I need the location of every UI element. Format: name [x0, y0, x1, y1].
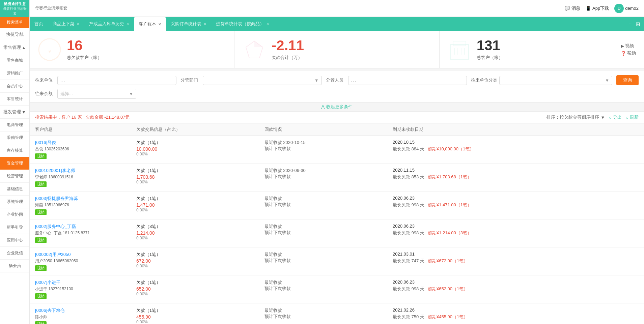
tab-customer-account-close[interactable]: ✕ — [158, 22, 161, 27]
overdue-link-6[interactable]: 超期¥455.90（1笔） — [428, 314, 468, 319]
overdue-link-5[interactable]: 超期¥652.00（1笔） — [428, 286, 468, 291]
tab-inbound-stats-label: 进货单统计表（按商品） — [216, 21, 264, 27]
collapse-label: 收起更多条件 — [326, 104, 353, 109]
sidebar-item-inventory[interactable]: 库存核算 — [0, 144, 29, 157]
collapse-bar[interactable]: ⋀ 收起更多条件 — [30, 102, 644, 111]
sidebar-item-enterprise[interactable]: 企业协同 — [0, 208, 29, 221]
tab-minimize-icon[interactable]: － — [627, 21, 633, 28]
tab-bar-end: － ⊞ — [627, 21, 644, 28]
debt-percent-2: 0.00% — [136, 208, 264, 212]
search-menu-btn[interactable]: 搜索菜单 — [0, 17, 29, 28]
export-button[interactable]: ○ 导出 — [609, 114, 622, 120]
help-icon: ❓ — [621, 51, 626, 56]
sidebar-item-purchase[interactable]: 采购管理 — [0, 131, 29, 144]
tab-home[interactable]: 首页 — [30, 17, 48, 31]
stat-video-btn[interactable]: ▶ 视频 — [621, 43, 636, 49]
table-row: [0016]吕俊 吕俊 13026203696 现销 欠款（1笔） 10,000… — [30, 136, 644, 164]
stat-debt-customers-info: 16 总欠款客户（家） — [67, 38, 102, 61]
sidebar-item-app-center[interactable]: 应用中心 — [0, 234, 29, 247]
overdue-link-0[interactable]: 超期¥10,000.00（1笔） — [428, 146, 474, 151]
tab-inbound-stats[interactable]: 进货单统计表（按商品） ✕ — [211, 17, 274, 31]
overdue-date-3: 2020.06.23 — [393, 224, 639, 229]
customer-name-link-6[interactable]: [0006]去下粮仓 — [35, 308, 65, 313]
tab-product-offshelf[interactable]: 商品上下架 ✕ — [48, 17, 84, 31]
stat-help-btn[interactable]: ❓ 帮助 — [621, 50, 636, 56]
sidebar-item-finance[interactable]: 资金管理 — [0, 157, 29, 170]
recovery-last-date-0: 2020-10-15 — [283, 140, 306, 145]
unit-class-select[interactable]: ▼ — [499, 76, 612, 85]
overdue-date-4: 2021.03.01 — [393, 252, 639, 257]
user-avatar[interactable]: D demo2 — [614, 4, 639, 13]
sidebar-item-newbie[interactable]: 新手引导 — [0, 221, 29, 234]
customer-name-link-5[interactable]: [0007]小进干 — [35, 280, 60, 285]
overdue-link-4[interactable]: 超期¥672.00（1笔） — [428, 258, 468, 263]
overdue-link-2[interactable]: 超期¥1,471.00（1笔） — [428, 202, 472, 207]
tab-expand-icon[interactable]: ⊞ — [636, 21, 640, 27]
overdue-link-1[interactable]: 超期¥1,703.68（1笔） — [428, 174, 472, 179]
main-area: 母婴行业演示账套 💬 消息 📱 App下载 D demo2 首页 — [30, 0, 644, 324]
tab-product-inbound[interactable]: 产成品入库单历史 ✕ — [84, 17, 134, 31]
col-header-overdue: 到期未收款日期 — [393, 126, 639, 132]
tab-inbound-stats-close[interactable]: ✕ — [266, 22, 269, 26]
from-unit-input[interactable]: ... — [57, 76, 176, 85]
recovery-next-2: 预计下次收款 — [264, 202, 393, 208]
sidebar-item-batch-mgmt[interactable]: 批发管理▼ — [0, 106, 29, 119]
refresh-button[interactable]: ○ 刷新 — [626, 114, 639, 120]
tab-purchase-order[interactable]: 采购订单统计表 ✕ — [166, 17, 211, 31]
app-download-label: App下载 — [592, 5, 609, 11]
sidebar-item-wecom[interactable]: 企业微信 — [0, 247, 29, 260]
tab-product-offshelf-close[interactable]: ✕ — [77, 22, 80, 26]
overdue-info-4: 2021.03.01 最长欠款 747 天 超期¥672.00（1笔） — [393, 252, 639, 264]
customer-name-link-0[interactable]: [0016]吕俊 — [35, 140, 56, 145]
customer-name-link-3[interactable]: [0002]服务中心_丁磊 — [35, 224, 76, 229]
recovery-last-label-2: 最近收款 — [264, 196, 282, 202]
logo-line1: 畅捷通好生意 — [1, 1, 28, 6]
table-row: [0006]去下粮仓 陈小帅 现销 欠款（1笔） 455.90 0.00% 最近… — [30, 303, 644, 324]
debt-info-0: 欠款（1笔） 10,000.00 0.00% — [136, 140, 264, 156]
tab-customer-account-label: 客户账本 — [139, 21, 156, 27]
video-icon: ▶ — [621, 43, 624, 49]
debt-amount-6: 455.90 — [136, 314, 264, 320]
message-btn[interactable]: 💬 消息 — [565, 5, 580, 11]
tab-customer-account[interactable]: 客户账本 ✕ — [134, 17, 166, 31]
overdue-date-6: 2021.02.26 — [393, 307, 639, 313]
balance-select[interactable]: 选择... ▼ — [57, 89, 136, 99]
search-button[interactable]: 查询 — [616, 75, 639, 85]
sort-button[interactable]: 排序：按欠款金额倒序排序 ▼ — [547, 114, 605, 120]
recovery-next-label-2: 预计下次收款 — [264, 202, 291, 207]
table-row: [000002]用户2050 用户2050 18665062050 现销 欠款（… — [30, 247, 644, 275]
customer-info-5: [0007]小进干 小进干 18279152100 现销 — [35, 279, 136, 299]
customer-sub-6: 陈小帅 — [35, 314, 136, 320]
recovery-info-6: 最近收款 预计下次收款 — [264, 307, 393, 320]
sort-label: 排序：按欠款金额倒序排序 — [547, 114, 599, 120]
sidebar-item-retail-stats[interactable]: 零售统计 — [0, 93, 29, 106]
sidebar-item-marketing[interactable]: 营销推广 — [0, 67, 29, 80]
app-logo: 畅捷通好生意 母婴行业演示账套 — [0, 0, 29, 17]
recovery-last-3: 最近收款 — [264, 224, 393, 230]
sidebar-item-ecommerce[interactable]: 电商管理 — [0, 119, 29, 131]
person-label: 分管人员 — [326, 77, 346, 83]
overdue-date-0: 2020.10.15 — [393, 140, 639, 145]
stat-diamond-icon — [243, 38, 266, 61]
sidebar-item-retail-mall[interactable]: 零售商城 — [0, 54, 29, 67]
sidebar-item-basic-info[interactable]: 基础信息 — [0, 183, 29, 196]
table-header: 客户信息 欠款交易信息（占比） 回款情况 到期未收款日期 — [30, 124, 644, 136]
recovery-last-2: 最近收款 — [264, 196, 393, 202]
sidebar-item-system[interactable]: 系统管理 — [0, 196, 29, 208]
tab-purchase-order-close[interactable]: ✕ — [203, 22, 206, 26]
sidebar-item-retail-mgmt[interactable]: 零售管理▲ — [0, 41, 29, 54]
sidebar-item-ops[interactable]: 经营管理 — [0, 170, 29, 183]
app-download-btn[interactable]: 📱 App下载 — [586, 5, 609, 11]
customer-name-link-2[interactable]: [0003]畅捷服务尹海蕊 — [35, 196, 78, 201]
customer-name-link-4[interactable]: [000002]用户2050 — [35, 252, 71, 257]
sidebar-item-member[interactable]: 会员中心 — [0, 80, 29, 93]
dept-select[interactable]: ▼ — [203, 76, 322, 85]
overdue-days-4: 最长欠款 747 天 超期¥672.00（1笔） — [393, 258, 639, 264]
overdue-link-3[interactable]: 超期¥1,214.00（3笔） — [428, 230, 472, 235]
customer-name-link-1[interactable]: [0001020001]李老师 — [35, 168, 75, 173]
customer-info-3: [0002]服务中心_丁磊 服务中心_丁磊 181 0125 8371 现销 — [35, 224, 136, 243]
person-input[interactable]: ... — [348, 76, 467, 85]
sidebar-item-vip[interactable]: 畅会员 — [0, 260, 29, 272]
overdue-info-0: 2020.10.15 最长欠款 884 天 超期¥10,000.00（1笔） — [393, 140, 639, 152]
tab-product-inbound-close[interactable]: ✕ — [126, 22, 129, 26]
